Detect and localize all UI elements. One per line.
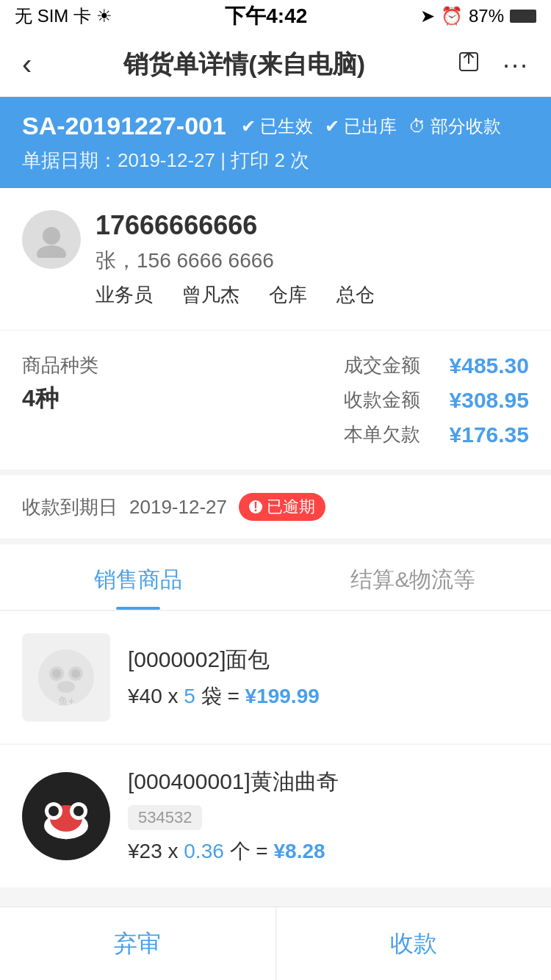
collect-amount-value: ¥308.95 [450,388,529,413]
status-right: ➤ ⏰ 87% [420,6,536,26]
tab-sales-products[interactable]: 销售商品 [0,544,276,610]
status-tags: ✔ 已生效 ✔ 已出库 ⏱ 部分收款 [241,115,501,138]
customer-info: 17666666666 张，156 6666 6666 业务员 曾凡杰 仓库 总… [96,210,529,308]
nav-bar: ‹ 销货单详情(来自电脑) ··· [0,32,551,97]
price-1: ¥40 [128,685,162,707]
shipped-label: 已出库 [344,115,397,138]
status-partial: ⏱ 部分收款 [408,115,501,138]
product-thumb-1: 鱼+ [22,633,110,721]
location-icon: ➤ [420,6,435,26]
overdue-badge: ! 已逾期 [239,493,325,521]
customer-name-phone: 张，156 6666 6666 [96,247,529,275]
status-left: 无 SIM 卡 ☀ [15,4,112,28]
products-section: 鱼+ [0000002]面包 ¥40 x 5 袋 = ¥199.99 [0,611,551,887]
eq-2: = [256,840,273,862]
product-thumb-2 [22,772,110,860]
doc-date: 单据日期：2019-12-27 | 打印 2 次 [22,148,529,173]
customer-id: 17666666666 [96,210,529,241]
qty-2: 0.36 [184,840,224,862]
product-price-1: ¥40 x 5 袋 = ¥199.99 [128,682,529,710]
alarm-icon: ⏰ [441,6,463,26]
deal-amount-value: ¥485.30 [450,353,529,378]
nav-actions: ··· [457,49,529,80]
mult-1: x [168,685,184,707]
header-info-bar: SA-20191227-001 ✔ 已生效 ✔ 已出库 ⏱ 部分收款 单据日期：… [0,97,551,188]
product-item-2: [000400001]黄油曲奇 534532 ¥23 x 0.36 个 = ¥8… [0,745,551,887]
unit-1: 袋 [201,685,222,707]
product-types-label: 商品种类 [22,353,98,378]
partial-label: 部分收款 [431,115,501,138]
collect-amount-label: 收款金额 [344,387,420,413]
tabs: 销售商品 结算&物流等 [0,544,551,611]
collect-payment-button[interactable]: 收款 [276,907,552,980]
product-item-1: 鱼+ [0000002]面包 ¥40 x 5 袋 = ¥199.99 [0,611,551,743]
cancel-audit-button[interactable]: 弃审 [0,907,276,980]
deal-amount-label: 成交金额 [344,353,420,378]
total-1: ¥199.99 [245,685,320,707]
clock-icon: ⏱ [408,116,426,137]
summary-section: 商品种类 4种 成交金额 ¥485.30 收款金额 ¥308.95 本单欠款 ¥… [0,331,551,475]
mult-2: x [168,840,184,862]
battery-icon [510,10,536,23]
product-types-value: 4种 [22,383,98,415]
total-2: ¥8.28 [273,840,325,862]
svg-point-1 [43,227,60,245]
customer-section: 17666666666 张，156 6666 6666 业务员 曾凡杰 仓库 总… [0,188,551,331]
bottom-bar: 弃审 收款 [0,907,551,980]
more-icon[interactable]: ··· [503,49,529,80]
status-shipped: ✔ 已出库 [325,115,397,138]
order-header-row: SA-20191227-001 ✔ 已生效 ✔ 已出库 ⏱ 部分收款 [22,112,529,140]
owe-amount-value: ¥176.35 [450,422,529,447]
warehouse-label: 仓库 [269,282,307,308]
svg-point-16 [73,806,84,816]
eq-1: = [227,685,245,707]
summary-product-types: 商品种类 4种 [22,353,98,415]
no-sim-label: 无 SIM 卡 ☀ [15,4,112,28]
product-name-2: [000400001]黄油曲奇 [128,767,529,797]
svg-point-8 [57,681,75,693]
owe-amount-label: 本单欠款 [344,422,420,447]
due-date-value: 2019-12-27 [129,496,227,519]
salesperson-value: 曾凡杰 [182,282,240,308]
product-sku-2: 534532 [128,805,202,830]
deal-amount-row: 成交金额 ¥485.30 [344,353,529,378]
product-details-1: [0000002]面包 ¥40 x 5 袋 = ¥199.99 [128,645,529,710]
due-date-label: 收款到期日 [22,494,118,520]
page-title: 销货单详情(来自电脑) [123,48,365,82]
warehouse-value: 总仓 [336,282,375,308]
order-number: SA-20191227-001 [22,112,226,140]
status-bar: 无 SIM 卡 ☀ 下午4:42 ➤ ⏰ 87% [0,0,551,32]
unit-2: 个 [230,840,251,862]
svg-point-15 [48,806,59,816]
customer-meta: 业务员 曾凡杰 仓库 总仓 [96,282,529,308]
svg-text:鱼+: 鱼+ [58,695,74,707]
overdue-label: 已逾期 [267,496,315,518]
product-details-2: [000400001]黄油曲奇 534532 ¥23 x 0.36 个 = ¥8… [128,767,529,865]
salesperson-label: 业务员 [96,282,153,308]
status-effected: ✔ 已生效 [241,115,313,138]
product-price-2: ¥23 x 0.36 个 = ¥8.28 [128,837,529,865]
due-date-section: 收款到期日 2019-12-27 ! 已逾期 [0,475,551,544]
share-icon[interactable] [457,50,480,79]
owe-amount-row: 本单欠款 ¥176.35 [344,422,529,447]
qty-1: 5 [184,685,195,707]
collect-amount-row: 收款金额 ¥308.95 [344,387,529,413]
customer-avatar [22,210,81,269]
svg-point-2 [37,245,66,258]
effected-label: 已生效 [260,115,313,138]
check-icon-2: ✔ [325,116,339,137]
overdue-icon: ! [249,500,262,514]
product-name-1: [0000002]面包 [128,645,529,675]
back-button[interactable]: ‹ [22,48,32,81]
battery-label: 87% [469,6,504,26]
check-icon-1: ✔ [241,116,256,137]
price-2: ¥23 [128,840,162,862]
summary-amounts: 成交金额 ¥485.30 收款金额 ¥308.95 本单欠款 ¥176.35 [344,353,529,447]
svg-point-6 [52,669,61,678]
tab-settlement[interactable]: 结算&物流等 [276,544,551,610]
time-label: 下午4:42 [225,2,307,30]
svg-point-7 [71,669,80,678]
